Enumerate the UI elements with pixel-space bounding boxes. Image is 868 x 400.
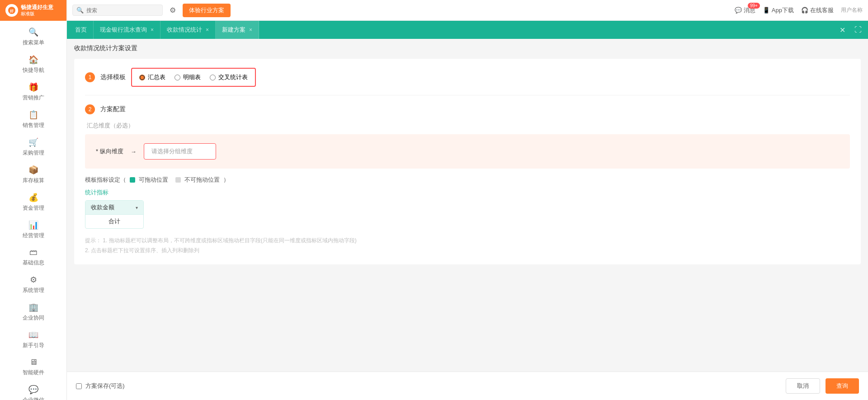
message-icon: 💬 <box>735 7 742 14</box>
search-box[interactable]: 🔍 <box>72 5 163 16</box>
sidebar-item-quick-nav[interactable]: 🏠 快捷导航 <box>0 50 66 78</box>
sidebar-item-guide[interactable]: 📖 新手引导 <box>0 325 66 353</box>
tip-title: 提示： 1. 拖动标题栏可以调整布局，不可跨维度或指标区域拖动栏目字段(只能在同… <box>85 236 850 246</box>
logo-text: 畅捷通好生意 标准版 <box>21 4 53 17</box>
search-input[interactable] <box>86 7 159 14</box>
sales-icon: 📋 <box>28 110 38 120</box>
logo-icon: 好 <box>5 4 18 17</box>
tab-new-plan[interactable]: 新建方案 × <box>216 21 259 39</box>
sidebar-item-wechat[interactable]: 💬 企业微信 <box>0 380 66 400</box>
radio-summary[interactable]: 汇总表 <box>139 73 165 81</box>
tabs-right-controls: ✕ ⛶ <box>837 25 864 35</box>
tab-new-plan-close[interactable]: × <box>249 27 252 33</box>
hardware-icon: 🖥 <box>29 358 38 367</box>
divider1 <box>85 95 850 95</box>
radio-cross[interactable]: 交叉统计表 <box>210 73 248 81</box>
trial-button[interactable]: 体验行业方案 <box>183 4 231 17</box>
sidebar-logo: 好 畅捷通好生意 标准版 <box>0 0 66 21</box>
metrics-table: 收款金额 ▾ 合计 <box>85 200 144 229</box>
template-options: 汇总表 明细表 交叉统计表 <box>131 68 256 87</box>
sidebar-item-basic-info[interactable]: 🗃 基础信息 <box>0 243 66 270</box>
tab-home[interactable]: 首页 <box>71 21 94 39</box>
footer-actions: 取消 查询 <box>786 378 859 394</box>
tab-cash-bank[interactable]: 现金银行流水查询 × <box>94 21 160 39</box>
purchase-icon: 🛒 <box>28 137 38 147</box>
message-item[interactable]: 💬 消息 99+ <box>735 6 755 14</box>
dimension-arrow: → <box>131 148 137 155</box>
basic-info-icon: 🗃 <box>29 248 38 257</box>
page-title: 收款情况统计方案设置 <box>74 44 861 52</box>
gift-icon: 🎁 <box>28 82 38 92</box>
dimension-select[interactable]: 请选择分组维度 <box>144 143 216 160</box>
tab-cash-bank-close[interactable]: × <box>151 27 154 33</box>
metrics-cell-total: 合计 <box>85 215 143 228</box>
tab-close-all-icon[interactable]: ✕ <box>837 25 848 35</box>
query-button[interactable]: 查询 <box>826 378 859 394</box>
cancel-button[interactable]: 取消 <box>786 378 820 394</box>
metrics-chevron-icon[interactable]: ▾ <box>136 205 138 210</box>
search-icon: 🔍 <box>76 7 84 14</box>
sidebar: 好 畅捷通好生意 标准版 🔍 搜索菜单 🏠 快捷导航 🎁 营销推广 📋 销售管理… <box>0 0 67 400</box>
step1-row: 1 选择模板 汇总表 明细表 交叉统计表 <box>85 68 850 87</box>
user-info[interactable]: 用户名称 <box>841 6 863 14</box>
sidebar-item-sales[interactable]: 📋 销售管理 <box>0 105 66 133</box>
sidebar-item-search[interactable]: 🔍 搜索菜单 <box>0 23 66 50</box>
metrics-header[interactable]: 收款金额 ▾ <box>85 201 143 215</box>
metrics-label-text: 模板指标设定（ <box>85 176 126 184</box>
sidebar-nav: 🔍 搜索菜单 🏠 快捷导航 🎁 营销推广 📋 销售管理 🛒 采购管理 📦 库存核… <box>0 21 66 400</box>
dimension-row: * 纵向维度 → 请选择分组维度 <box>96 143 839 160</box>
main-area: 🔍 ⚙ 体验行业方案 💬 消息 99+ 📱 App下载 🎧 在线客服 用户名称 … <box>67 0 868 400</box>
sidebar-item-system[interactable]: ⚙ 系统管理 <box>0 270 66 298</box>
step1-label: 选择模板 <box>100 73 126 81</box>
sidebar-item-inventory[interactable]: 📦 库存核算 <box>0 160 66 188</box>
metrics-label: 统计指标 <box>85 188 850 197</box>
step2-header: 2 方案配置 <box>85 104 850 114</box>
tip2: 2. 点击标题栏下拉可设置排序、插入列和删除列 <box>85 246 850 256</box>
tips-section: 提示： 1. 拖动标题栏可以调整布局，不可跨维度或指标区域拖动栏目字段(只能在同… <box>85 236 850 255</box>
system-icon: ⚙ <box>30 275 37 285</box>
tab-receipt-stats-close[interactable]: × <box>206 27 209 33</box>
settings-gear-icon[interactable]: ⚙ <box>166 4 179 17</box>
tab-receipt-stats[interactable]: 收款情况统计 × <box>160 21 216 39</box>
sidebar-item-hardware[interactable]: 🖥 智能硬件 <box>0 353 66 380</box>
footer: 方案保存(可选) 取消 查询 <box>67 372 868 400</box>
metrics-section: 模板指标设定（ 可拖动位置 不可拖动位置 ） 统计指标 收款金额 ▾ 合计 <box>85 176 850 229</box>
download-icon: 📱 <box>763 7 770 14</box>
svg-text:好: 好 <box>9 9 14 13</box>
tab-expand-icon[interactable]: ⛶ <box>852 25 864 35</box>
message-badge: 99+ <box>748 3 760 9</box>
sidebar-item-enterprise[interactable]: 🏢 企业协同 <box>0 298 66 325</box>
service-item[interactable]: 🎧 在线客服 <box>801 6 834 14</box>
save-checkbox[interactable] <box>76 383 82 389</box>
step2-number: 2 <box>85 104 95 114</box>
wechat-icon: 💬 <box>28 385 38 395</box>
operations-icon: 📊 <box>28 220 38 230</box>
service-icon: 🎧 <box>801 7 808 14</box>
step2-section: 2 方案配置 汇总维度（必选） * 纵向维度 → 请选择分组维度 <box>85 104 850 255</box>
enterprise-icon: 🏢 <box>28 302 38 312</box>
download-item[interactable]: 📱 App下载 <box>763 6 794 14</box>
main-card: 1 选择模板 汇总表 明细表 交叉统计表 <box>74 59 861 264</box>
draggable-indicator <box>130 177 135 183</box>
tabs-bar: 首页 现金银行流水查询 × 收款情况统计 × 新建方案 × ✕ ⛶ <box>67 21 868 39</box>
step2-label: 方案配置 <box>100 105 126 113</box>
sidebar-item-finance[interactable]: 💰 资金管理 <box>0 188 66 216</box>
sidebar-item-operations[interactable]: 📊 经营管理 <box>0 216 66 243</box>
finance-icon: 💰 <box>28 193 38 202</box>
topbar: 🔍 ⚙ 体验行业方案 💬 消息 99+ 📱 App下载 🎧 在线客服 用户名称 <box>67 0 868 21</box>
step1-number: 1 <box>85 72 95 82</box>
radio-detail[interactable]: 明细表 <box>175 73 201 81</box>
footer-save: 方案保存(可选) <box>76 382 125 390</box>
sidebar-item-purchase[interactable]: 🛒 采购管理 <box>0 133 66 160</box>
dimension-title: 汇总维度（必选） <box>85 122 850 130</box>
home-icon: 🏠 <box>28 55 38 65</box>
radio-group: 汇总表 明细表 交叉统计表 <box>139 73 248 81</box>
search-icon: 🔍 <box>28 27 38 37</box>
sidebar-item-marketing[interactable]: 🎁 营销推广 <box>0 78 66 105</box>
metrics-toggle: 模板指标设定（ 可拖动位置 不可拖动位置 ） <box>85 176 850 184</box>
save-label[interactable]: 方案保存(可选) <box>85 382 125 390</box>
content-area: 收款情况统计方案设置 1 选择模板 汇总表 明细表 <box>67 39 868 372</box>
dimension-area: * 纵向维度 → 请选择分组维度 <box>85 134 850 169</box>
topbar-right: 💬 消息 99+ 📱 App下载 🎧 在线客服 用户名称 <box>735 6 863 14</box>
guide-icon: 📖 <box>28 330 38 340</box>
